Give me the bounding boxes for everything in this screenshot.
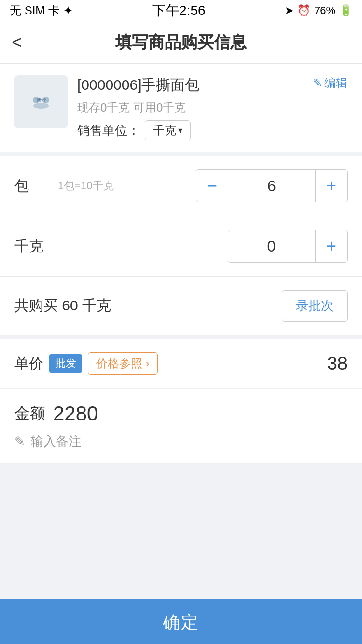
status-right: ➤ ⏰ 76% 🔋 — [285, 4, 352, 17]
product-info: [0000006]手撕面包 ✎ 编辑 现存0千克 可用0千克 销售单位： 千克 … — [77, 75, 348, 140]
price-section: 单价 批发 价格参照 › 38 — [0, 339, 362, 389]
batch-button[interactable]: 录批次 — [282, 290, 348, 322]
status-bar: 无 SIM 卡 ✦ 下午2:56 ➤ ⏰ 76% 🔋 — [0, 0, 362, 21]
spacer — [0, 463, 362, 599]
price-value: 38 — [327, 353, 348, 374]
kg-quantity-input[interactable] — [228, 230, 315, 262]
amount-row: 金额 2280 — [14, 402, 348, 425]
bag-hint: 1包=10千克 — [58, 179, 196, 193]
price-tag: 批发 — [49, 354, 82, 373]
bag-plus-button[interactable]: + — [315, 170, 347, 202]
remark-icon: ✎ — [14, 434, 25, 449]
bag-label: 包 — [14, 176, 53, 196]
product-card: 智计 [0000006]手撕面包 ✎ 编辑 现存0千克 可用0千克 销售单位： … — [0, 64, 362, 156]
total-label: 共购买 60 千克 — [14, 296, 111, 316]
kg-label: 千克 — [14, 237, 53, 256]
quantity-section: 包 1包=10千克 − + 千克 + — [0, 156, 362, 277]
price-label: 单价 — [14, 354, 43, 374]
total-row: 共购买 60 千克 录批次 — [0, 277, 362, 339]
remark-row[interactable]: ✎ 输入备注 — [14, 433, 348, 450]
nav-bar: < 填写商品购买信息 — [0, 21, 362, 64]
dropdown-icon: ▾ — [178, 125, 182, 136]
svg-point-2 — [33, 103, 49, 109]
kg-plus-button[interactable]: + — [315, 230, 347, 262]
kg-quantity-row: 千克 + — [0, 216, 362, 276]
page-title: 填写商品购买信息 — [115, 31, 247, 54]
bag-quantity-input[interactable] — [228, 170, 315, 202]
edit-button[interactable]: ✎ 编辑 — [313, 75, 348, 91]
product-name: [0000006]手撕面包 — [77, 75, 199, 95]
product-unit: 销售单位： 千克 ▾ — [77, 120, 348, 140]
alarm-icon: ⏰ — [297, 4, 310, 17]
price-ref-button[interactable]: 价格参照 › — [88, 352, 158, 375]
status-left: 无 SIM 卡 ✦ — [10, 3, 73, 18]
amount-value: 2280 — [53, 402, 98, 425]
status-time: 下午2:56 — [152, 1, 206, 20]
battery-text: 76% — [314, 4, 335, 17]
signal-text: 无 SIM 卡 ✦ — [10, 3, 73, 18]
edit-icon: ✎ — [313, 76, 322, 90]
bag-quantity-controls: − + — [196, 169, 348, 202]
product-logo-icon: 智计 — [27, 87, 56, 116]
product-stock: 现存0千克 可用0千克 — [77, 100, 348, 115]
kg-quantity-controls: + — [228, 230, 348, 263]
amount-label: 金额 — [14, 403, 45, 424]
location-icon: ➤ — [285, 4, 293, 17]
bag-quantity-row: 包 1包=10千克 − + — [0, 156, 362, 216]
svg-text:智计: 智计 — [36, 98, 46, 103]
battery-icon: 🔋 — [339, 4, 352, 17]
product-image: 智计 — [14, 75, 68, 128]
bag-minus-button[interactable]: − — [196, 170, 228, 202]
remark-label: 输入备注 — [31, 433, 81, 450]
back-button[interactable]: < — [12, 32, 22, 53]
amount-section: 金额 2280 ✎ 输入备注 — [0, 389, 362, 463]
confirm-button[interactable]: 确定 — [0, 599, 362, 644]
unit-select[interactable]: 千克 ▾ — [145, 120, 191, 140]
